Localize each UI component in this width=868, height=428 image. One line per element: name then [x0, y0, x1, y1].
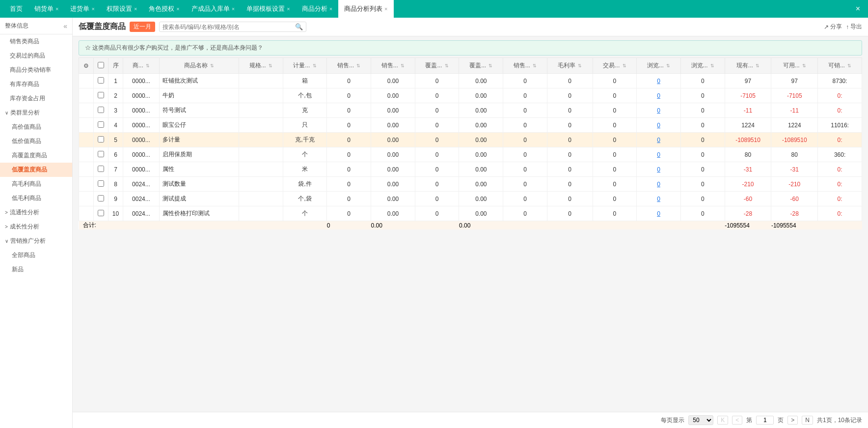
sidebar-item-high-value[interactable]: 高价值商品	[0, 120, 72, 134]
expand-icon: ∨	[5, 110, 8, 115]
column-browse2[interactable]: 浏览... ⇅	[680, 58, 725, 74]
close-icon[interactable]: ×	[232, 6, 235, 12]
column-name[interactable]: 商品名称 ⇅	[159, 58, 239, 74]
row-browse1[interactable]: 0	[637, 133, 681, 147]
column-coverage1[interactable]: 覆盖... ⇅	[415, 58, 459, 74]
column-gross-rate[interactable]: 毛利率 ⇅	[547, 58, 593, 74]
sidebar-item-new-goods[interactable]: 新品	[0, 262, 72, 277]
nav-goods-analysis-list[interactable]: 商品分析列表 ×	[338, 0, 393, 18]
date-filter-button[interactable]: 近一月	[130, 22, 155, 32]
row-code: 0000...	[123, 133, 160, 147]
row-browse1[interactable]: 0	[637, 88, 681, 103]
sidebar-item-low-margin[interactable]: 低毛利商品	[0, 191, 72, 205]
row-browse1[interactable]: 0	[637, 162, 681, 177]
sidebar-item-high-coverage[interactable]: 高覆盖度商品	[0, 148, 72, 163]
row-sales-amount: 0.00	[371, 177, 415, 192]
sidebar-section-cluster[interactable]: ∨ 类群里分析	[0, 106, 72, 120]
close-icon[interactable]: ×	[91, 6, 94, 12]
close-icon[interactable]: ×	[287, 6, 290, 12]
row-select-checkbox[interactable]	[98, 121, 104, 128]
total-sales-count: 0	[327, 221, 371, 230]
sidebar-section-liquidity[interactable]: > 流通性分析	[0, 205, 72, 220]
sidebar-section-growth[interactable]: > 成长性分析	[0, 220, 72, 234]
nav-home[interactable]: 首页	[4, 0, 28, 18]
last-page-button[interactable]: N	[802, 416, 813, 425]
sidebar-item-high-margin[interactable]: 高毛利商品	[0, 177, 72, 191]
sidebar-item-low-coverage[interactable]: 低覆盖度商品	[0, 163, 72, 177]
column-coverage2[interactable]: 覆盖... ⇅	[459, 58, 503, 74]
row-browse1[interactable]: 0	[637, 118, 681, 133]
first-page-button[interactable]: K	[717, 416, 728, 425]
row-select-checkbox[interactable]	[98, 180, 104, 187]
row-browse1[interactable]: 0	[637, 74, 681, 88]
column-sales-x[interactable]: 销售... ⇅	[503, 58, 547, 74]
sidebar-section-marketing[interactable]: ∨ 营销推广分析	[0, 234, 72, 248]
prev-page-button[interactable]: <	[732, 416, 742, 425]
export-button[interactable]: ↑ 导出	[846, 23, 862, 31]
row-select-checkbox[interactable]	[98, 92, 104, 98]
sidebar-collapse-button[interactable]: «	[63, 22, 67, 30]
row-browse1[interactable]: 0	[637, 192, 681, 206]
column-available[interactable]: 可用... ⇅	[771, 58, 818, 74]
row-sales-count: 0	[327, 177, 371, 192]
nav-template-settings[interactable]: 单据模板设置 ×	[241, 0, 296, 18]
row-select-checkbox[interactable]	[98, 166, 104, 172]
column-settings[interactable]: ⚙	[79, 58, 94, 74]
sidebar-item-low-value[interactable]: 低价值商品	[0, 134, 72, 148]
sidebar-item-category-rate[interactable]: 商品分类动销率	[0, 63, 72, 77]
column-code[interactable]: 商... ⇅	[123, 58, 160, 74]
top-nav: 首页 销货单 × 进货单 × 权限设置 × 角色授权 × 产成品入库单 × 单据…	[0, 0, 868, 18]
search-icon[interactable]: 🔍	[295, 23, 303, 30]
nav-goods-analysis[interactable]: 商品分析 ×	[296, 0, 338, 18]
column-saleable[interactable]: 可销... ⇅	[818, 58, 862, 74]
search-input[interactable]	[163, 24, 295, 30]
row-select-checkbox[interactable]	[98, 195, 104, 201]
share-button[interactable]: ↗ 分享	[824, 23, 842, 31]
row-select-checkbox[interactable]	[98, 77, 104, 84]
window-close-button[interactable]: ×	[852, 4, 864, 13]
sidebar-item-sales-goods[interactable]: 销售类商品	[0, 34, 72, 49]
row-coverage1: 0	[415, 103, 459, 118]
column-spec[interactable]: 规格... ⇅	[239, 58, 283, 74]
row-browse1[interactable]: 0	[637, 177, 681, 192]
close-icon[interactable]: ×	[329, 6, 332, 12]
sidebar-item-all-goods[interactable]: 全部商品	[0, 248, 72, 262]
sidebar-item-stock-capital[interactable]: 库存资金占用	[0, 91, 72, 106]
row-sales-count: 0	[327, 147, 371, 162]
row-select-checkbox[interactable]	[98, 151, 104, 157]
close-icon[interactable]: ×	[384, 6, 387, 12]
total-empty3	[159, 221, 239, 230]
sidebar-item-traded-goods[interactable]: 交易过的商品	[0, 49, 72, 63]
row-browse1[interactable]: 0	[637, 103, 681, 118]
column-unit[interactable]: 计量... ⇅	[283, 58, 327, 74]
page-number-input[interactable]	[756, 416, 774, 425]
nav-permission-settings[interactable]: 权限设置 ×	[101, 0, 143, 18]
nav-role-auth[interactable]: 角色授权 ×	[143, 0, 185, 18]
row-browse1[interactable]: 0	[637, 206, 681, 221]
nav-purchase-order[interactable]: 进货单 ×	[64, 0, 100, 18]
close-icon[interactable]: ×	[55, 6, 58, 12]
row-coverage1: 0	[415, 147, 459, 162]
next-page-button[interactable]: >	[787, 416, 798, 425]
sidebar-item-stock-goods[interactable]: 有库存商品	[0, 77, 72, 91]
column-browse1[interactable]: 浏览... ⇅	[637, 58, 681, 74]
row-sales-count: 0	[327, 133, 371, 147]
column-sales-amount[interactable]: 销售... ⇅	[371, 58, 415, 74]
close-icon[interactable]: ×	[134, 6, 137, 12]
row-coverage2: 0.00	[459, 147, 503, 162]
row-select-checkbox[interactable]	[98, 210, 104, 216]
row-select-checkbox[interactable]	[98, 136, 104, 143]
row-browse1[interactable]: 0	[637, 147, 681, 162]
data-table: ⚙ 序 商... ⇅ 商品名称 ⇅ 规格... ⇅ 计量... ⇅ 销售... …	[79, 57, 862, 229]
column-current[interactable]: 现有... ⇅	[725, 58, 771, 74]
page-size-select[interactable]: 50 20 100	[688, 415, 713, 425]
close-icon[interactable]: ×	[176, 6, 179, 12]
column-sales-count[interactable]: 销售... ⇅	[327, 58, 371, 74]
select-all-checkbox[interactable]	[98, 62, 104, 68]
row-available: -31	[771, 162, 818, 177]
column-transaction[interactable]: 交易... ⇅	[593, 58, 637, 74]
nav-product-entry[interactable]: 产成品入库单 ×	[186, 0, 241, 18]
table-row: 5 0000... 多计量 克,千克 0 0.00 0 0.00 0 0 0 0…	[79, 133, 862, 147]
row-select-checkbox[interactable]	[98, 107, 104, 113]
nav-sales-order[interactable]: 销货单 ×	[28, 0, 64, 18]
